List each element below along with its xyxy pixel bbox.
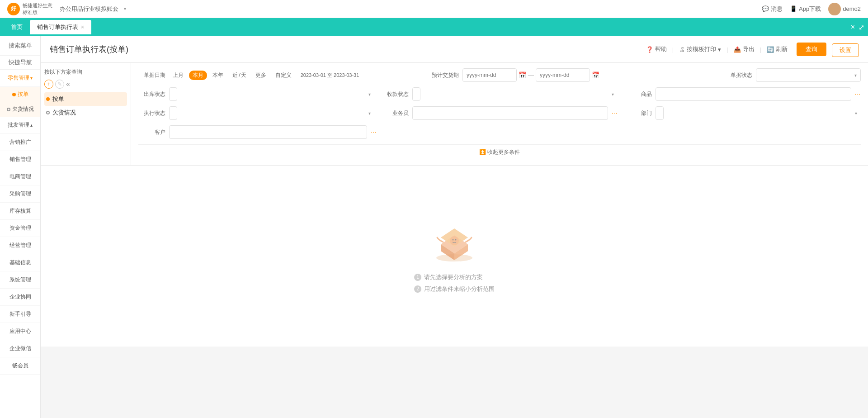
filter-field-dept: 部门 (625, 106, 861, 120)
out-status-select[interactable] (169, 87, 177, 101)
filter-field-expected-date: 预计交货期 📅 — 📅 (432, 68, 718, 82)
expected-date-start-input[interactable] (462, 68, 517, 82)
inactive-dot-icon (7, 108, 10, 111)
sidebar-item-wechat[interactable]: 企业微信 (0, 340, 40, 357)
exec-status-label: 执行状态 (138, 109, 165, 117)
tab-sales-order-exec[interactable]: 销售订单执行表 × (30, 20, 91, 34)
customer-input[interactable] (169, 125, 367, 139)
sidebar-item-system[interactable]: 系统管理 (0, 271, 40, 289)
close-window-button[interactable]: × (851, 23, 855, 31)
order-status-select[interactable]: ▾ (756, 68, 861, 82)
avatar (828, 3, 841, 15)
app-download-button[interactable]: 📱 App下载 (790, 5, 821, 13)
tab-close-icon[interactable]: × (81, 24, 84, 30)
sidebar-item-marketing[interactable]: 营销推广 (0, 134, 40, 151)
set-button[interactable]: 设置 (832, 43, 859, 57)
app-title-dropdown-icon[interactable]: ▾ (124, 6, 126, 11)
filter-panel: 按以下方案查询 + ✎ « 按单 欠货情况 (41, 63, 868, 166)
empty-svg (427, 217, 481, 262)
date-tab-more[interactable]: 更多 (252, 71, 270, 80)
sidebar-item-retail[interactable]: 零售管理 ▾ (0, 70, 40, 87)
edit-scheme-button[interactable]: ✎ (55, 80, 64, 89)
user-avatar-button[interactable]: demo2 (828, 3, 861, 15)
top-bar-left: 好 畅捷通好生意 标准版 办公用品行业模拟账套 ▾ (7, 2, 126, 15)
date-tab-this-month[interactable]: 本月 (189, 71, 207, 80)
sidebar-item-operations[interactable]: 经营管理 (0, 237, 40, 254)
sidebar-sub-item-shortage[interactable]: 欠货情况 (0, 102, 40, 117)
sidebar-item-ecommerce[interactable]: 电商管理 (0, 168, 40, 185)
goods-input[interactable] (656, 87, 851, 101)
print-dropdown-icon: ▾ (718, 46, 721, 53)
dept-select[interactable] (656, 106, 664, 120)
divider3: | (760, 46, 761, 53)
filter-field-salesman: 业务员 ··· (382, 106, 618, 120)
order-status-label: 单据状态 (725, 71, 752, 79)
wholesale-arrow-icon: ▴ (30, 123, 33, 128)
svg-point-9 (455, 239, 457, 241)
collapse-conditions-button[interactable]: ⏫ 收起更多条件 (138, 144, 861, 160)
filter-row-4: 客户 ··· (138, 125, 861, 139)
filter-field-goods: 商品 ··· (625, 87, 861, 101)
fullscreen-button[interactable]: ⤢ (859, 23, 864, 32)
search-menu-button[interactable]: 搜索菜单 (4, 40, 37, 52)
date-tab-last-month[interactable]: 上月 (169, 71, 187, 80)
date-label: 单据日期 (138, 71, 165, 79)
top-bar-right: 💬 消息 📱 App下载 demo2 (762, 3, 861, 15)
expected-date-label: 预计交货期 (432, 71, 459, 79)
help-button[interactable]: ❓ 帮助 (646, 45, 667, 53)
export-button[interactable]: 📤 导出 (734, 45, 755, 53)
filter-field-exec-status: 执行状态 (138, 106, 374, 120)
print-button[interactable]: 🖨 按模板打印 ▾ (679, 45, 721, 53)
filter-field-out-status: 出库状态 (138, 87, 374, 101)
filter-field-customer: 客户 ··· (138, 125, 377, 139)
goods-more-icon[interactable]: ··· (855, 91, 861, 97)
tab-home[interactable]: 首页 (4, 20, 30, 34)
exec-status-select[interactable] (169, 106, 177, 120)
filter-field-collect-status: 收款状态 (382, 87, 618, 101)
add-scheme-button[interactable]: + (44, 80, 53, 89)
sidebar-item-app-center[interactable]: 应用中心 (0, 323, 40, 340)
sidebar-item-newbie[interactable]: 新手引导 (0, 306, 40, 323)
svg-point-7 (450, 236, 459, 245)
sidebar-item-purchase[interactable]: 采购管理 (0, 185, 40, 203)
collect-status-select[interactable] (412, 87, 420, 101)
collapse-scheme-button[interactable]: « (66, 80, 70, 88)
date-tab-custom[interactable]: 自定义 (272, 71, 295, 80)
sidebar-item-enterprise[interactable]: 企业协同 (0, 289, 40, 306)
sidebar-search-area: 搜索菜单 (0, 36, 40, 56)
filter-scheme-shortage[interactable]: 欠货情况 (44, 106, 127, 119)
app-title: 办公用品行业模拟账套 (60, 5, 118, 13)
filter-scheme-by-order[interactable]: 按单 (44, 92, 127, 106)
filter-field-order-status: 单据状态 ▾ (725, 68, 861, 82)
sidebar-item-finance[interactable]: 资金管理 (0, 220, 40, 237)
calendar-start-icon[interactable]: 📅 (519, 71, 526, 79)
sidebar-item-wholesale[interactable]: 批发管理 ▴ (0, 117, 40, 134)
salesman-input[interactable] (412, 106, 608, 120)
sidebar-item-inventory[interactable]: 库存核算 (0, 203, 40, 220)
filter-field-date: 单据日期 上月 本月 本年 近7天 更多 自定义 2023-03-01 至 20… (138, 71, 425, 80)
message-button[interactable]: 💬 消息 (762, 5, 783, 13)
refresh-icon: 🔄 (767, 46, 774, 53)
search-button[interactable]: 查询 (797, 43, 826, 56)
sidebar-item-basics[interactable]: 基础信息 (0, 254, 40, 271)
order-status-arrow-icon: ▾ (854, 73, 857, 78)
sidebar-sub-item-by-order[interactable]: 按单 (0, 87, 40, 102)
sidebar-quick-nav[interactable]: 快捷导航 (0, 56, 40, 70)
filter-left-title: 按以下方案查询 (44, 68, 127, 76)
salesman-more-icon[interactable]: ··· (612, 110, 618, 116)
scheme-active-dot (46, 97, 50, 101)
print-icon: 🖨 (679, 46, 685, 53)
logo-icon: 好 (7, 3, 20, 15)
calendar-end-icon[interactable]: 📅 (592, 71, 599, 79)
dept-label: 部门 (625, 109, 652, 117)
refresh-button[interactable]: 🔄 刷新 (767, 45, 788, 53)
expected-date-end-input[interactable] (536, 68, 590, 82)
export-icon: 📤 (734, 46, 741, 53)
tip-num-1: 1 (414, 274, 421, 281)
sidebar-item-member[interactable]: 畅会员 (0, 357, 40, 375)
page-actions: ❓ 帮助 | 🖨 按模板打印 ▾ | 📤 导出 | 🔄 刷新 (646, 42, 859, 57)
customer-more-icon[interactable]: ··· (371, 129, 377, 135)
sidebar-item-sales[interactable]: 销售管理 (0, 151, 40, 168)
date-tab-this-year[interactable]: 本年 (209, 71, 227, 80)
date-tab-7days[interactable]: 近7天 (229, 71, 250, 80)
